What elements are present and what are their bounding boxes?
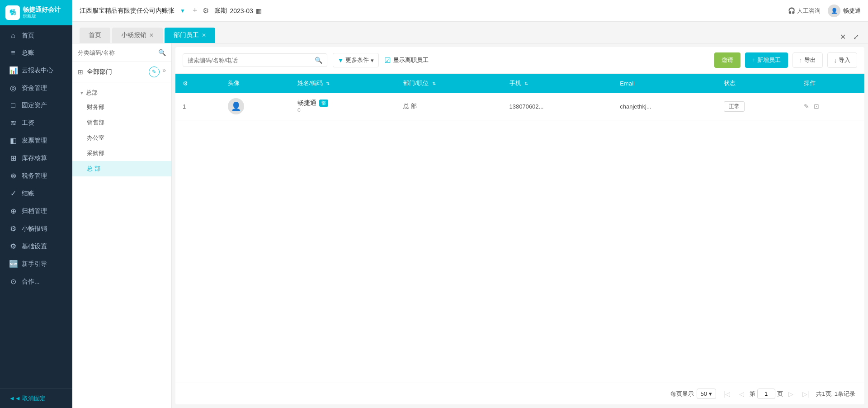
grid-icon: ⊞ [78, 68, 83, 76]
tab-department[interactable]: 部门员工 ✕ [165, 28, 215, 43]
main-content: 江西服宝精品有限责任公司内账张 ▼ + ⚙ 账期 2023-03 ▦ 🎧 人工咨… [72, 0, 868, 408]
topbar: 江西服宝精品有限责任公司内账张 ▼ + ⚙ 账期 2023-03 ▦ 🎧 人工咨… [72, 0, 868, 22]
sidebar-item-salary[interactable]: ≋ 工资 [0, 114, 72, 132]
dept-item-purchase[interactable]: 采购部 [72, 146, 171, 161]
sidebar-item-invoice-mgmt[interactable]: ◧ 发票管理 [0, 132, 72, 149]
page-number-input[interactable] [757, 389, 775, 399]
dept-item-office[interactable]: 办公室 [72, 130, 171, 146]
user-menu[interactable]: 👤 畅捷通 [828, 5, 861, 17]
sidebar-item-checkout[interactable]: ✓ 结账 [0, 185, 72, 202]
col-avatar: 头像 [221, 74, 290, 93]
logout-employee-icon[interactable]: ⊡ [814, 103, 819, 110]
pagination: 每页显示 50 ▾ |◁ ◁ 第 页 ▷ ▷| 共1页, 1条记录 [175, 383, 864, 404]
add-company-button[interactable]: + [193, 6, 198, 15]
close-tab-button[interactable]: ✕ [838, 31, 848, 43]
department-search-input[interactable] [78, 49, 156, 56]
person-icon: 👤 [831, 8, 838, 14]
close-department-tab-icon[interactable]: ✕ [202, 32, 206, 38]
page-size-dropdown[interactable]: 50 ▾ [697, 389, 716, 399]
dept-collapse-icon[interactable]: » [162, 66, 166, 77]
row-name-code-cell: 畅捷通 部 0 [290, 93, 396, 120]
logo-name: 畅捷通好会计 [23, 6, 61, 14]
pagination-nav: |◁ ◁ 第 页 ▷ ▷| [720, 389, 812, 399]
salary-icon: ≋ [9, 119, 17, 127]
row-email-cell: chanjethkj... [613, 93, 717, 120]
status-badge: 正常 [724, 101, 745, 112]
employee-table: ⚙ 头像 姓名/编码 ⇅ 部门/职位 ⇅ [175, 74, 864, 120]
cancel-fixed-button[interactable]: ◄◄ 取消固定 [0, 389, 72, 408]
department-search-box: 🔍 [72, 43, 171, 62]
import-icon: ↓ [834, 57, 837, 64]
col-dept-position[interactable]: 部门/职位 ⇅ [396, 74, 502, 93]
dept-edit-button[interactable]: ✎ [149, 66, 160, 77]
period-value: 2023-03 [230, 7, 253, 14]
sidebar-item-basic-settings[interactable]: ⚙ 基础设置 [0, 237, 72, 255]
checkbox-icon: ☑ [384, 56, 391, 65]
employee-code: 0 [297, 107, 389, 114]
sidebar-nav: ⌂ 首页 ≡ 总账 📊 云报表中心 ◎ 资金管理 □ 固定资产 ≋ 工资 ◧ 发… [0, 25, 72, 389]
last-page-button[interactable]: ▷| [799, 389, 813, 399]
settings-gear-icon[interactable]: ⚙ [203, 6, 209, 15]
sidebar-item-xiao-chang[interactable]: ⚙ 小畅报销 [0, 220, 72, 237]
employee-toolbar: 🔍 ▼ 更多条件 ▾ ☑ 显示离职员工 邀请 + 新增员工 ↑ 导出 [175, 47, 864, 74]
user-name: 畅捷通 [843, 7, 861, 15]
next-page-button[interactable]: ▷ [785, 389, 797, 399]
sidebar-item-fund-mgmt[interactable]: ◎ 资金管理 [0, 79, 72, 97]
employee-search-box: 🔍 [183, 53, 327, 67]
invite-button[interactable]: 邀请 [714, 52, 741, 68]
export-button[interactable]: ↑ 导出 [793, 52, 823, 68]
sidebar-item-general-ledger[interactable]: ≡ 总账 [0, 44, 72, 62]
close-expense-tab-icon[interactable]: ✕ [149, 32, 154, 38]
col-name-code[interactable]: 姓名/编码 ⇅ [290, 74, 396, 93]
prev-page-button[interactable]: ◁ [736, 389, 748, 399]
service-button[interactable]: 🎧 人工咨询 [788, 7, 821, 15]
row-dept-cell: 总 部 [396, 93, 502, 120]
page-body: 🔍 ⊞ 全部部门 ✎ » ▼ 总部 财务部 销售部 办公室 采购部 总 部 [72, 43, 868, 408]
archive-icon: ⊕ [9, 207, 17, 215]
col-gear[interactable]: ⚙ [175, 74, 221, 93]
sidebar-item-cloud-reports[interactable]: 📊 云报表中心 [0, 62, 72, 79]
employee-search-icon[interactable]: 🔍 [315, 57, 322, 64]
assets-icon: □ [9, 101, 17, 109]
first-page-button[interactable]: |◁ [720, 389, 734, 399]
sidebar-item-home[interactable]: ⌂ 首页 [0, 27, 72, 44]
employee-search-input[interactable] [188, 57, 312, 64]
sidebar-item-new-guide[interactable]: 🆕 新手引导 [0, 255, 72, 273]
sidebar-item-fixed-assets[interactable]: □ 固定资产 [0, 97, 72, 114]
row-status-cell: 正常 [717, 93, 797, 120]
sidebar-item-cooperate[interactable]: ⊙ 合作... [0, 273, 72, 290]
col-phone[interactable]: 手机 ⇅ [502, 74, 613, 93]
sidebar-item-inventory[interactable]: ⊞ 库存核算 [0, 149, 72, 167]
sidebar-item-tax-mgmt[interactable]: ⊛ 税务管理 [0, 167, 72, 185]
sidebar-item-archive-mgmt[interactable]: ⊕ 归档管理 [0, 202, 72, 220]
department-search-icon[interactable]: 🔍 [158, 49, 166, 56]
expand-tab-button[interactable]: ⤢ [851, 31, 861, 43]
more-filters-button[interactable]: ▼ 更多条件 ▾ [333, 53, 379, 67]
left-panel: 🔍 ⊞ 全部部门 ✎ » ▼ 总部 财务部 销售部 办公室 采购部 总 部 [72, 43, 172, 408]
dept-sort-icon: ⇅ [432, 81, 436, 86]
settings-icon: ⚙ [9, 242, 17, 251]
import-button[interactable]: ↓ 导入 [827, 52, 858, 68]
tab-home[interactable]: 首页 [80, 28, 110, 43]
dept-group-general: ▼ 总部 [72, 86, 171, 100]
row-index: 1 [175, 93, 221, 120]
dept-item-headquarters[interactable]: 总 部 [72, 161, 171, 176]
employee-table-container: ⚙ 头像 姓名/编码 ⇅ 部门/职位 ⇅ [175, 74, 864, 383]
col-status: 状态 [717, 74, 797, 93]
page-label: 第 [750, 390, 755, 398]
dept-item-sales[interactable]: 销售部 [72, 115, 171, 130]
tab-home-label: 首页 [89, 31, 101, 39]
show-resigned-toggle[interactable]: ☑ 显示离职员工 [384, 56, 429, 65]
add-employee-button[interactable]: + 新增员工 [745, 52, 788, 68]
xiao-chang-icon: ⚙ [9, 224, 17, 233]
toolbar-right: 邀请 + 新增员工 ↑ 导出 ↓ 导入 [714, 52, 857, 68]
dept-item-finance[interactable]: 财务部 [72, 100, 171, 115]
edit-employee-icon[interactable]: ✎ [804, 103, 809, 110]
avatar: 👤 [828, 5, 840, 17]
tab-expense[interactable]: 小畅报销 ✕ [112, 28, 163, 43]
company-dropdown-icon[interactable]: ▼ [180, 8, 185, 14]
department-tree: ▼ 总部 财务部 销售部 办公室 采购部 总 部 [72, 82, 171, 408]
avatar: 👤 [228, 98, 244, 114]
calendar-icon[interactable]: ▦ [256, 7, 262, 14]
employee-name: 畅捷通 部 [297, 99, 389, 107]
